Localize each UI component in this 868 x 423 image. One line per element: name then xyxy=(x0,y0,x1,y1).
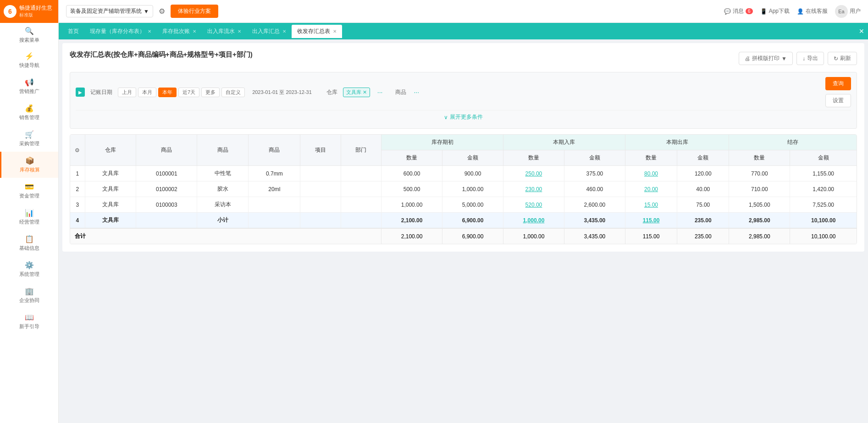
date-btn-this-month[interactable]: 本月 xyxy=(138,88,156,97)
sidebar-item-finance[interactable]: 💳 资金管理 xyxy=(0,178,58,204)
col-bal-qty-header: 数量 xyxy=(729,150,790,166)
messages-button[interactable]: 💬 消息 6 xyxy=(724,7,753,15)
system-icon: ⚙️ xyxy=(25,261,34,269)
sidebar-item-operations[interactable]: 📊 经营管理 xyxy=(0,204,58,230)
online-service-button[interactable]: 👤 在线客服 xyxy=(797,7,828,15)
product-more-button[interactable]: ··· xyxy=(414,88,419,96)
row-in-amt: 460.00 xyxy=(564,181,625,197)
out-qty-link[interactable]: 80.00 xyxy=(644,170,658,177)
col-warehouse-header: 仓库 xyxy=(85,135,136,166)
settings-icon[interactable]: ⚙ xyxy=(159,7,165,16)
sidebar-item-enterprise[interactable]: 🏢 企业协同 xyxy=(0,282,58,308)
row-project xyxy=(300,181,341,197)
sidebar-item-quick-nav[interactable]: ⚡ 快捷导航 xyxy=(0,47,58,73)
refresh-button[interactable]: ↻ 刷新 xyxy=(828,52,857,65)
sidebar-item-system[interactable]: ⚙️ 系统管理 xyxy=(0,256,58,282)
chevron-down-icon: ▼ xyxy=(781,55,787,62)
in-qty-link[interactable]: 520.00 xyxy=(525,202,542,208)
col-product-code-header: 商品 xyxy=(136,135,197,166)
subtotal-in-amt: 3,435.00 xyxy=(564,213,625,229)
query-button[interactable]: 查询 xyxy=(825,77,851,90)
app-download-button[interactable]: 📱 App下载 xyxy=(760,7,790,15)
sidebar-app-title: 畅捷通好生意 标准版 xyxy=(19,5,52,18)
topbar-right: 💬 消息 6 📱 App下载 👤 在线客服 Ea 用户 xyxy=(724,5,861,18)
subtotal-row: 4 文具库 小计 2,100.00 6,900.00 1,000.00 3,43… xyxy=(70,213,857,229)
subtotal-bal-amt: 10,100.00 xyxy=(790,213,857,229)
close-all-tabs-button[interactable]: ✕ xyxy=(859,27,864,35)
total-label: 合计 xyxy=(70,228,381,244)
total-begin-amt: 6,900.00 xyxy=(442,228,503,244)
table-row: 1 文具库 0100001 中性笔 0.7mm 600.00 900.00 25… xyxy=(70,166,857,181)
message-icon: 💬 xyxy=(724,8,731,15)
export-button[interactable]: ↓ 导出 xyxy=(796,52,824,65)
date-btn-this-year[interactable]: 本年 xyxy=(158,88,177,97)
in-qty-link[interactable]: 230.00 xyxy=(525,186,542,192)
tab-close-flow[interactable]: ✕ xyxy=(238,29,241,34)
date-btn-more[interactable]: 更多 xyxy=(201,88,220,97)
warehouse-more-button[interactable]: ··· xyxy=(377,88,383,96)
tab-close-batch-account[interactable]: ✕ xyxy=(193,29,196,34)
date-btn-last-month[interactable]: 上月 xyxy=(118,88,136,97)
subtotal-empty2 xyxy=(249,213,300,229)
date-option-group: 上月 本月 本年 近7天 更多 自定义 xyxy=(118,88,245,97)
sidebar-item-sales[interactable]: 💰 销售管理 xyxy=(0,99,58,126)
row-in-amt: 2,600.00 xyxy=(564,197,625,213)
print-icon: 🖨 xyxy=(745,55,750,62)
row-product-name: 胶水 xyxy=(197,181,249,197)
subtotal-out-qty-link[interactable]: 115.00 xyxy=(643,217,660,224)
out-qty-link[interactable]: 20.00 xyxy=(644,186,658,192)
date-range-display: 2023-01-01 至 2023-12-31 xyxy=(252,89,312,96)
row-department xyxy=(341,181,381,197)
table-settings-icon[interactable]: ⚙ xyxy=(75,147,80,154)
date-btn-custom[interactable]: 自定义 xyxy=(221,88,245,97)
sidebar-item-marketing[interactable]: 📢 营销推广 xyxy=(0,73,58,99)
out-qty-link[interactable]: 15.00 xyxy=(644,202,658,208)
total-out-qty: 115.00 xyxy=(625,228,677,244)
page-title: 收发存汇总表(按仓库+商品编码+商品+规格型号+项目+部门) xyxy=(70,50,253,59)
print-template-button[interactable]: 🖨 拼模版打印 ▼ xyxy=(739,52,793,65)
col-settings-header: ⚙ xyxy=(70,135,85,166)
row-bal-qty: 770.00 xyxy=(729,166,790,181)
marketing-icon: 📢 xyxy=(25,78,34,87)
row-project xyxy=(300,197,341,213)
quick-nav-icon: ⚡ xyxy=(25,52,34,60)
col-out-qty-header: 数量 xyxy=(625,150,677,166)
subtotal-num: 4 xyxy=(70,213,85,229)
subtotal-in-qty-link[interactable]: 1,000.00 xyxy=(523,217,545,224)
trial-button[interactable]: 体验行业方案 xyxy=(171,5,218,18)
warehouse-tag-close[interactable]: ✕ xyxy=(363,89,367,95)
tab-flow[interactable]: 出入库流水 ✕ xyxy=(202,25,247,38)
tab-close-stock-dist[interactable]: ✕ xyxy=(148,29,151,34)
system-selector[interactable]: 装备及固定资产辅助管理系统 ▼ xyxy=(66,5,153,17)
tab-home[interactable]: 首页 xyxy=(62,25,84,38)
in-qty-link[interactable]: 250.00 xyxy=(525,170,542,177)
date-btn-7days[interactable]: 近7天 xyxy=(178,88,199,97)
user-menu[interactable]: Ea 用户 xyxy=(835,5,861,18)
sales-icon: 💰 xyxy=(25,104,34,113)
sidebar-item-purchase[interactable]: 🛒 采购管理 xyxy=(0,126,58,152)
row-warehouse: 文具库 xyxy=(85,197,136,213)
tab-close-receive-send[interactable]: ✕ xyxy=(333,29,337,34)
col-product-name-header: 商品 xyxy=(197,135,249,166)
total-in-qty: 1,000.00 xyxy=(503,228,564,244)
warehouse-tag[interactable]: 文具库 ✕ xyxy=(343,88,370,97)
filter-toggle-button[interactable]: ▶ xyxy=(76,88,85,97)
row-in-qty: 520.00 xyxy=(503,197,564,213)
tab-stock-dist[interactable]: 现存量（库存分布表） ✕ xyxy=(84,25,157,38)
expand-more-button[interactable]: ∨ 展开更多条件 xyxy=(76,110,851,124)
sidebar-item-guide[interactable]: 📖 新手引导 xyxy=(0,308,58,335)
col-in-amt-header: 金额 xyxy=(564,150,625,166)
tab-batch-account[interactable]: 库存批次账 ✕ xyxy=(157,25,202,38)
tab-receive-send[interactable]: 收发存汇总表 ✕ xyxy=(292,25,342,38)
col-department-header: 部门 xyxy=(341,135,381,166)
tab-summary[interactable]: 出入库汇总 ✕ xyxy=(247,25,292,38)
row-product-name: 采访本 xyxy=(197,197,249,213)
sidebar-item-inventory[interactable]: 📦 库存核算 xyxy=(0,152,58,178)
row-num: 2 xyxy=(70,181,85,197)
tab-close-summary[interactable]: ✕ xyxy=(282,29,286,34)
setting-button[interactable]: 设置 xyxy=(825,94,851,107)
row-product-spec: 20ml xyxy=(249,181,300,197)
sidebar-item-base-info[interactable]: 📋 基础信息 xyxy=(0,230,58,256)
sidebar-item-search[interactable]: 🔍 搜索菜单 xyxy=(0,23,58,47)
total-bal-amt: 10,100.00 xyxy=(790,228,857,244)
